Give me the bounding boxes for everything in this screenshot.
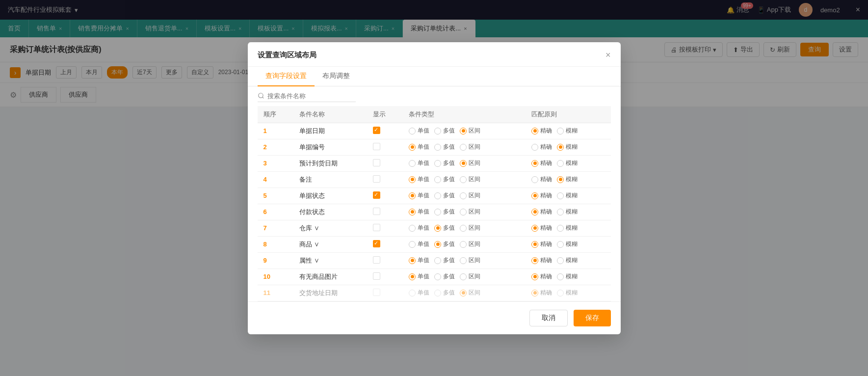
radio-type-区间[interactable]: 区间 — [460, 127, 480, 135]
radio-type-单值[interactable]: 单值 — [409, 143, 429, 151]
radio-btn[interactable] — [531, 273, 538, 280]
radio-btn[interactable] — [434, 273, 441, 280]
checkbox[interactable] — [373, 256, 380, 264]
radio-btn[interactable] — [531, 225, 538, 232]
radio-match-精确[interactable]: 精确 — [531, 289, 552, 297]
radio-btn[interactable] — [557, 225, 564, 232]
radio-type-单值[interactable]: 单值 — [409, 272, 429, 281]
radio-type-单值[interactable]: 单值 — [409, 159, 429, 167]
checkbox[interactable] — [373, 159, 380, 166]
radio-btn[interactable] — [434, 209, 441, 215]
radio-type-单值[interactable]: 单值 — [409, 175, 429, 184]
radio-type-区间[interactable]: 区间 — [460, 240, 480, 248]
radio-match-模糊[interactable]: 模糊 — [557, 240, 578, 248]
radio-btn[interactable] — [460, 160, 467, 167]
tab-layout-adjust[interactable]: 布局调整 — [315, 67, 358, 86]
radio-type-区间[interactable]: 区间 — [460, 289, 480, 297]
radio-match-模糊[interactable]: 模糊 — [557, 127, 578, 135]
radio-type-区间[interactable]: 区间 — [460, 159, 480, 167]
radio-type-多值[interactable]: 多值 — [434, 159, 455, 167]
radio-btn[interactable] — [434, 160, 441, 167]
radio-type-多值[interactable]: 多值 — [434, 272, 455, 281]
radio-btn[interactable] — [557, 176, 564, 183]
radio-btn[interactable] — [409, 176, 416, 183]
radio-match-精确[interactable]: 精确 — [531, 191, 552, 200]
save-button[interactable]: 保存 — [574, 310, 611, 326]
radio-match-精确[interactable]: 精确 — [531, 159, 552, 167]
checkbox[interactable] — [373, 208, 380, 215]
radio-type-多值[interactable]: 多值 — [434, 127, 455, 135]
radio-btn[interactable] — [409, 144, 416, 151]
radio-match-模糊[interactable]: 模糊 — [557, 256, 578, 265]
radio-btn[interactable] — [434, 290, 441, 296]
radio-btn[interactable] — [557, 257, 564, 264]
radio-type-区间[interactable]: 区间 — [460, 256, 480, 265]
radio-btn[interactable] — [409, 290, 416, 296]
dialog-close-button[interactable]: × — [605, 50, 611, 60]
radio-match-模糊[interactable]: 模糊 — [557, 289, 578, 297]
radio-btn[interactable] — [409, 128, 416, 134]
radio-match-精确[interactable]: 精确 — [531, 175, 552, 184]
radio-type-多值[interactable]: 多值 — [434, 175, 455, 184]
radio-btn[interactable] — [531, 257, 538, 264]
radio-match-模糊[interactable]: 模糊 — [557, 159, 578, 167]
radio-btn[interactable] — [434, 225, 441, 232]
radio-type-单值[interactable]: 单值 — [409, 127, 429, 135]
radio-type-区间[interactable]: 区间 — [460, 191, 480, 200]
radio-type-多值[interactable]: 多值 — [434, 256, 455, 265]
radio-type-单值[interactable]: 单值 — [409, 224, 429, 232]
radio-btn[interactable] — [434, 192, 441, 199]
radio-match-精确[interactable]: 精确 — [531, 256, 552, 265]
checkbox[interactable] — [373, 289, 380, 296]
radio-match-模糊[interactable]: 模糊 — [557, 175, 578, 184]
radio-btn[interactable] — [531, 128, 538, 134]
checkbox[interactable] — [373, 240, 380, 247]
radio-btn[interactable] — [557, 160, 564, 167]
radio-type-单值[interactable]: 单值 — [409, 191, 429, 200]
radio-match-模糊[interactable]: 模糊 — [557, 143, 578, 151]
radio-btn[interactable] — [434, 241, 441, 248]
radio-btn[interactable] — [557, 241, 564, 248]
checkbox[interactable] — [373, 272, 380, 280]
radio-btn[interactable] — [531, 160, 538, 167]
radio-type-多值[interactable]: 多值 — [434, 224, 455, 232]
row-display-checkbox[interactable] — [367, 285, 403, 301]
radio-type-单值[interactable]: 单值 — [409, 240, 429, 248]
radio-btn[interactable] — [460, 273, 467, 280]
row-display-checkbox[interactable] — [367, 269, 403, 285]
tab-query-fields[interactable]: 查询字段设置 — [258, 67, 315, 86]
radio-btn[interactable] — [531, 192, 538, 199]
radio-btn[interactable] — [460, 192, 467, 199]
row-display-checkbox[interactable] — [367, 236, 403, 252]
radio-match-精确[interactable]: 精确 — [531, 208, 552, 216]
radio-type-单值[interactable]: 单值 — [409, 208, 429, 216]
row-display-checkbox[interactable] — [367, 123, 403, 139]
row-display-checkbox[interactable] — [367, 220, 403, 236]
radio-btn[interactable] — [460, 290, 467, 296]
radio-match-模糊[interactable]: 模糊 — [557, 272, 578, 281]
radio-btn[interactable] — [460, 128, 467, 134]
radio-btn[interactable] — [531, 290, 538, 296]
row-display-checkbox[interactable] — [367, 155, 403, 171]
checkbox[interactable] — [373, 143, 380, 150]
radio-btn[interactable] — [460, 225, 467, 232]
row-display-checkbox[interactable] — [367, 139, 403, 155]
cancel-button[interactable]: 取消 — [529, 310, 568, 326]
radio-match-精确[interactable]: 精确 — [531, 143, 552, 151]
radio-match-模糊[interactable]: 模糊 — [557, 208, 578, 216]
radio-btn[interactable] — [434, 128, 441, 134]
radio-type-多值[interactable]: 多值 — [434, 208, 455, 216]
radio-btn[interactable] — [409, 160, 416, 167]
radio-match-精确[interactable]: 精确 — [531, 224, 552, 232]
row-display-checkbox[interactable] — [367, 188, 403, 204]
radio-btn[interactable] — [434, 144, 441, 151]
radio-btn[interactable] — [531, 241, 538, 248]
radio-btn[interactable] — [531, 176, 538, 183]
radio-btn[interactable] — [434, 257, 441, 264]
radio-btn[interactable] — [460, 257, 467, 264]
radio-type-单值[interactable]: 单值 — [409, 289, 429, 297]
checkbox[interactable] — [373, 191, 380, 199]
radio-type-区间[interactable]: 区间 — [460, 143, 480, 151]
radio-btn[interactable] — [460, 144, 467, 151]
row-display-checkbox[interactable] — [367, 171, 403, 188]
